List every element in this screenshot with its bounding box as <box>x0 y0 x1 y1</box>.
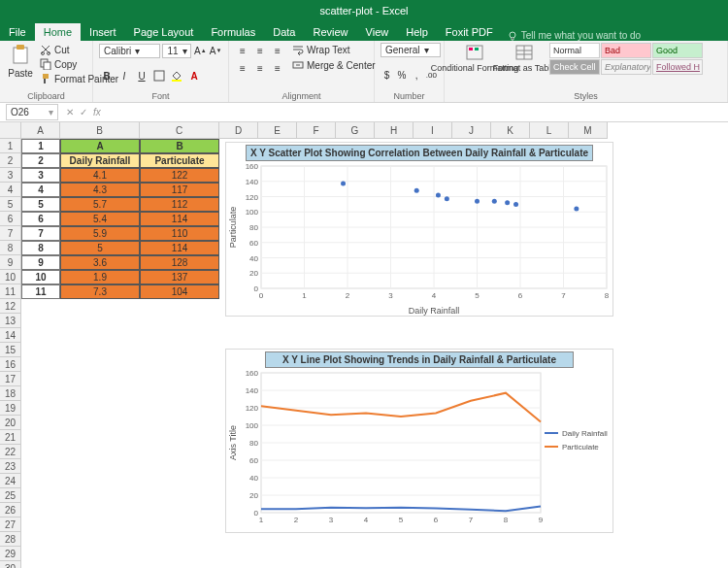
row-index-cell[interactable]: 8 <box>21 241 60 255</box>
row-header[interactable]: 13 <box>0 314 21 328</box>
style-good[interactable]: Good <box>652 43 703 58</box>
table-subheader[interactable]: Daily Rainfall <box>60 153 140 168</box>
font-name-select[interactable]: Calibri▾ <box>99 44 160 58</box>
row-header[interactable]: 15 <box>0 343 21 357</box>
row-index-cell[interactable]: 3 <box>21 168 60 183</box>
row-header[interactable]: 20 <box>0 416 21 430</box>
cancel-icon[interactable]: ✕ <box>66 107 74 117</box>
font-color-button[interactable]: A <box>186 68 202 84</box>
data-cell[interactable]: 4.1 <box>60 168 140 183</box>
format-as-table-button[interactable]: Format as Table <box>503 43 546 74</box>
wrap-text-button[interactable]: Wrap Text <box>289 43 379 56</box>
tab-data[interactable]: Data <box>264 23 304 41</box>
data-cell[interactable]: 7.3 <box>60 284 140 299</box>
row-header[interactable]: 5 <box>0 197 21 212</box>
number-format-select[interactable]: General▾ <box>381 43 441 57</box>
col-header[interactable]: J <box>452 122 491 139</box>
row-header[interactable]: 3 <box>0 168 21 183</box>
row-header[interactable]: 23 <box>0 459 21 474</box>
data-cell[interactable]: 128 <box>140 255 219 270</box>
table-header[interactable]: A <box>60 139 140 153</box>
align-middle-button[interactable]: ≡ <box>252 43 268 58</box>
col-header[interactable]: F <box>297 122 336 139</box>
fx-icon[interactable]: fx <box>93 107 101 117</box>
row-header[interactable]: 30 <box>0 561 21 568</box>
row-header[interactable]: 25 <box>0 488 21 503</box>
tab-pagelayout[interactable]: Page Layout <box>125 23 203 41</box>
data-cell[interactable]: 5.7 <box>60 197 140 212</box>
style-check[interactable]: Check Cell <box>549 59 600 75</box>
row-index-cell[interactable]: 4 <box>21 183 60 197</box>
row-header[interactable]: 2 <box>0 153 21 168</box>
data-cell[interactable]: 104 <box>140 284 219 299</box>
tab-insert[interactable]: Insert <box>81 23 125 41</box>
row-header[interactable]: 11 <box>0 284 21 299</box>
tell-me[interactable]: Tell me what you want to do <box>508 30 641 41</box>
row-header[interactable]: 29 <box>0 547 21 561</box>
row-header[interactable]: 18 <box>0 386 21 401</box>
data-cell[interactable]: 5.4 <box>60 212 140 226</box>
style-normal[interactable]: Normal <box>549 43 600 58</box>
paste-button[interactable]: Paste <box>6 43 35 85</box>
row-index-cell[interactable]: 9 <box>21 255 60 270</box>
row-header[interactable]: 28 <box>0 532 21 547</box>
data-cell[interactable]: 4.3 <box>60 183 140 197</box>
scatter-chart[interactable]: X Y Scatter Plot Showing Correlation Bet… <box>225 142 613 317</box>
col-header[interactable]: L <box>530 122 569 139</box>
row-header[interactable]: 8 <box>0 241 21 255</box>
row-index-cell[interactable]: 1 <box>21 139 60 153</box>
currency-button[interactable]: $ <box>381 68 393 84</box>
data-cell[interactable]: 3.6 <box>60 255 140 270</box>
data-cell[interactable]: 112 <box>140 197 219 212</box>
style-followed[interactable]: Followed H <box>652 59 703 75</box>
underline-button[interactable]: U <box>134 68 149 84</box>
tab-formulas[interactable]: Formulas <box>202 23 264 41</box>
tab-foxit[interactable]: Foxit PDF <box>437 23 502 41</box>
enter-icon[interactable]: ✓ <box>80 107 87 117</box>
row-index-cell[interactable]: 5 <box>21 197 60 212</box>
row-header[interactable]: 6 <box>0 212 21 226</box>
row-header[interactable]: 14 <box>0 328 21 343</box>
conditional-formatting-button[interactable]: Conditional Formatting <box>450 43 499 74</box>
row-index-cell[interactable]: 10 <box>21 270 60 284</box>
line-chart[interactable]: X Y Line Plot Showing Trends in Daily Ra… <box>225 349 613 533</box>
tab-review[interactable]: Review <box>304 23 356 41</box>
data-cell[interactable]: 114 <box>140 241 219 255</box>
data-cell[interactable]: 114 <box>140 212 219 226</box>
data-cell[interactable]: 137 <box>140 270 219 284</box>
row-index-cell[interactable]: 11 <box>21 284 60 299</box>
italic-button[interactable]: I <box>116 68 132 84</box>
row-header[interactable]: 21 <box>0 430 21 445</box>
spreadsheet-grid[interactable]: ABCDEFGHIJKLM 12345678910111213141516171… <box>0 122 728 568</box>
align-bottom-button[interactable]: ≡ <box>270 43 285 58</box>
data-cell[interactable]: 117 <box>140 183 219 197</box>
row-header[interactable]: 27 <box>0 518 21 532</box>
row-header[interactable]: 10 <box>0 270 21 284</box>
row-index-cell[interactable]: 6 <box>21 212 60 226</box>
data-cell[interactable]: 122 <box>140 168 219 183</box>
align-right-button[interactable]: ≡ <box>270 60 285 76</box>
table-subheader[interactable]: Particulate <box>140 153 219 168</box>
row-header[interactable]: 19 <box>0 401 21 416</box>
data-cell[interactable]: 110 <box>140 226 219 241</box>
tab-view[interactable]: View <box>357 23 398 41</box>
tab-help[interactable]: Help <box>397 23 437 41</box>
percent-button[interactable]: % <box>395 68 408 84</box>
style-explan[interactable]: Explanatory ... <box>601 59 651 75</box>
data-cell[interactable]: 1.9 <box>60 270 140 284</box>
data-cell[interactable]: 5 <box>60 241 140 255</box>
col-header[interactable]: H <box>375 122 414 139</box>
increase-font-button[interactable]: A▲ <box>193 43 207 58</box>
fill-color-button[interactable] <box>169 68 184 84</box>
bold-button[interactable]: B <box>99 68 115 84</box>
col-header[interactable]: D <box>219 122 258 139</box>
col-header[interactable]: B <box>60 122 140 139</box>
col-header[interactable]: K <box>491 122 530 139</box>
row-header[interactable]: 24 <box>0 474 21 488</box>
decrease-font-button[interactable]: A▼ <box>209 43 222 58</box>
col-header[interactable]: I <box>414 122 452 139</box>
align-center-button[interactable]: ≡ <box>252 60 268 76</box>
align-top-button[interactable]: ≡ <box>235 43 250 58</box>
table-header[interactable]: B <box>140 139 219 153</box>
comma-button[interactable]: , <box>411 68 423 84</box>
